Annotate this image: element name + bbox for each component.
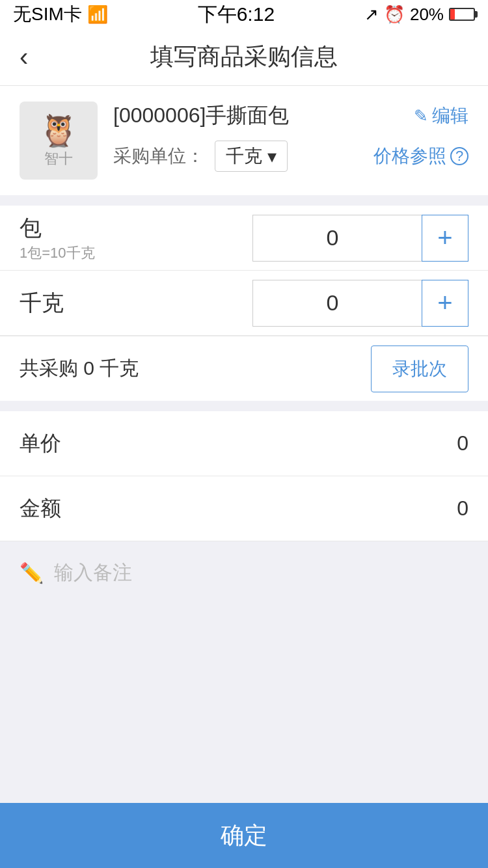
kg-plus-icon: + — [437, 288, 452, 318]
battery-indicator — [449, 8, 475, 21]
edit-icon: ✎ — [414, 106, 428, 126]
unit-price-label: 单价 — [20, 429, 61, 458]
bag-quantity-input[interactable] — [252, 215, 422, 262]
wifi-icon: 📶 — [87, 5, 108, 25]
plus-icon: + — [437, 223, 452, 252]
product-thumbnail: 🦉 智十 — [20, 102, 98, 180]
status-right: ↗ ⏰ 20% — [364, 5, 475, 25]
nav-bar: ‹ 填写商品采购信息 — [0, 29, 488, 86]
notes-placeholder: 输入备注 — [54, 560, 132, 586]
unit-price-value: 0 — [457, 431, 468, 455]
product-name-row: [0000006]手撕面包 ✎ 编辑 — [113, 102, 468, 130]
price-ref-label: 价格参照 — [373, 144, 446, 169]
carrier-text: 无SIM卡 — [13, 2, 82, 27]
unit-select[interactable]: 千克 ▾ — [215, 141, 288, 172]
status-time: 下午6:12 — [198, 1, 275, 28]
location-icon: ↗ — [364, 5, 379, 25]
section-divider-2 — [0, 401, 488, 406]
bag-sub-label: 1包=10千克 — [20, 243, 98, 263]
amount-row: 金额 0 — [0, 476, 488, 541]
price-ref-button[interactable]: 价格参照 ? — [373, 144, 468, 169]
kg-input-row: 千克 + — [0, 271, 488, 336]
input-section: 包 1包=10千克 + 千克 + 共采购 0 千克 录批次 — [0, 206, 488, 401]
section-divider-1 — [0, 200, 488, 206]
amount-value: 0 — [457, 496, 468, 521]
status-bar: 无SIM卡 📶 下午6:12 ↗ ⏰ 20% — [0, 0, 488, 29]
page-title: 填写商品采购信息 — [150, 41, 338, 73]
kg-input-right: + — [252, 280, 468, 327]
amount-label: 金额 — [20, 495, 61, 523]
confirm-button[interactable]: 确定 — [0, 803, 488, 868]
kg-label-group: 千克 — [20, 288, 98, 318]
product-name: [0000006]手撕面包 — [113, 102, 289, 130]
back-button[interactable]: ‹ — [20, 36, 34, 78]
bag-label-group: 包 1包=10千克 — [20, 213, 98, 263]
bag-plus-button[interactable]: + — [422, 215, 468, 262]
kg-plus-button[interactable]: + — [422, 280, 468, 327]
alarm-icon: ⏰ — [384, 5, 405, 25]
question-icon: ? — [450, 147, 468, 165]
kg-label: 千克 — [20, 288, 98, 318]
notes-section[interactable]: ✏️ 输入备注 — [0, 541, 488, 604]
brand-label: 智十 — [44, 149, 73, 169]
status-left: 无SIM卡 📶 — [13, 2, 108, 27]
price-amount-section: 单价 0 金额 0 — [0, 411, 488, 541]
summary-row: 共采购 0 千克 录批次 — [0, 336, 488, 401]
bag-input-row: 包 1包=10千克 + — [0, 206, 488, 271]
kg-quantity-input[interactable] — [252, 280, 422, 327]
product-info: [0000006]手撕面包 ✎ 编辑 采购单位： 千克 ▾ 价格参照 ? — [113, 102, 468, 172]
product-unit-row: 采购单位： 千克 ▾ 价格参照 ? — [113, 141, 468, 172]
bag-label: 包 — [20, 213, 98, 243]
battery-percent: 20% — [410, 5, 444, 25]
pencil-icon: ✏️ — [20, 562, 44, 584]
product-card: 🦉 智十 [0000006]手撕面包 ✎ 编辑 采购单位： 千克 ▾ 价格参照 … — [0, 86, 488, 200]
summary-text: 共采购 0 千克 — [20, 355, 139, 382]
bag-input-right: + — [252, 215, 468, 262]
chevron-down-icon: ▾ — [267, 146, 277, 167]
batch-button[interactable]: 录批次 — [371, 346, 468, 392]
edit-label: 编辑 — [432, 103, 468, 128]
edit-button[interactable]: ✎ 编辑 — [414, 103, 468, 128]
unit-value: 千克 — [226, 144, 262, 169]
unit-label: 采购单位： — [113, 144, 204, 169]
confirm-label: 确定 — [221, 820, 267, 852]
unit-price-row: 单价 0 — [0, 411, 488, 476]
owl-icon: 🦉 — [39, 113, 78, 149]
